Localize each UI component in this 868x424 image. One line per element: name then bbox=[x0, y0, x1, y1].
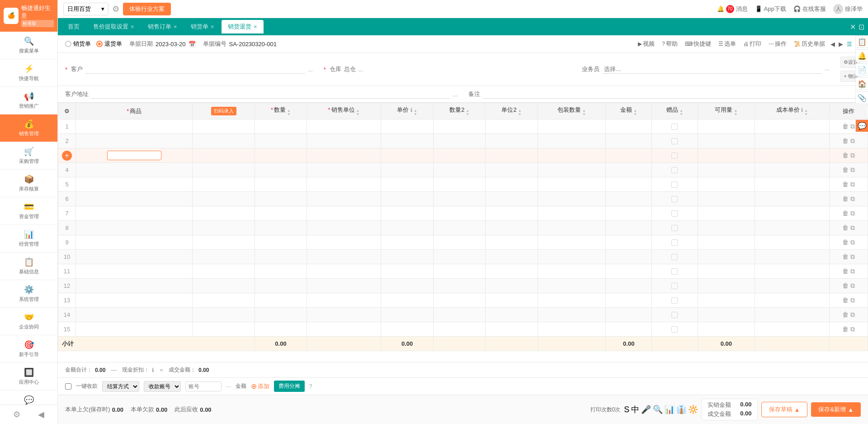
add-payment-btn[interactable]: ⊕ 添加 bbox=[251, 382, 269, 391]
copy-row-12-icon[interactable]: ⧉ bbox=[850, 282, 855, 290]
list-view-icon[interactable]: ☰ bbox=[847, 41, 852, 48]
sidebar-item-wechat[interactable]: 💬 企业微信 bbox=[0, 391, 57, 405]
right-panel-icon-7[interactable]: 💬 bbox=[855, 119, 868, 132]
copy-row-6-icon[interactable]: ⧉ bbox=[850, 195, 855, 203]
gift-checkbox-6[interactable] bbox=[671, 196, 678, 202]
radio-return[interactable]: 退货单 bbox=[96, 40, 122, 48]
payment-method-select[interactable]: 结算方式 bbox=[102, 381, 139, 392]
taskbar-icon-5[interactable]: 📊 bbox=[665, 405, 675, 414]
copy-row-8-icon[interactable]: ⧉ bbox=[850, 224, 855, 232]
gift-checkbox-2[interactable] bbox=[671, 138, 678, 144]
gear-settings-icon[interactable]: ⚙ bbox=[112, 4, 119, 14]
customer-input[interactable] bbox=[85, 65, 305, 74]
industry-select[interactable]: 日用百货 ▾ bbox=[63, 3, 108, 15]
taskbar-icon-2[interactable]: 中 bbox=[631, 404, 639, 415]
app-download-link[interactable]: 📱 App下载 bbox=[755, 5, 786, 13]
user-profile[interactable]: 人 徐泽华 bbox=[833, 4, 863, 14]
copy-row-3-icon[interactable]: ⧉ bbox=[850, 152, 855, 159]
tab-sales-order[interactable]: 销售订单 ✕ bbox=[142, 20, 184, 33]
gift-checkbox-4[interactable] bbox=[671, 167, 678, 173]
delete-row-14-icon[interactable]: 🗑 bbox=[842, 311, 849, 319]
copy-row-10-icon[interactable]: ⧉ bbox=[850, 253, 855, 261]
payment-method-select2[interactable]: 收款账号 bbox=[144, 381, 181, 392]
calendar-icon[interactable]: 📅 bbox=[189, 41, 196, 48]
salesperson-select-btn[interactable]: ··· bbox=[825, 66, 830, 73]
gift-checkbox-12[interactable] bbox=[671, 283, 678, 289]
delete-row-10-icon[interactable]: 🗑 bbox=[842, 253, 849, 261]
delete-row-2-icon[interactable]: 🗑 bbox=[842, 137, 849, 145]
copy-row-1-icon[interactable]: ⧉ bbox=[850, 123, 855, 130]
gift-checkbox-15[interactable] bbox=[671, 326, 678, 333]
copy-row-5-icon[interactable]: ⧉ bbox=[850, 181, 855, 188]
right-panel-icon-5[interactable]: 📎 bbox=[855, 91, 868, 104]
maximize-tab-icon[interactable]: ⊡ bbox=[859, 23, 864, 31]
tab-close-sales-return[interactable]: ✕ bbox=[253, 24, 257, 30]
tab-sales-return[interactable]: 销货退货 ✕ bbox=[222, 20, 264, 33]
gift-checkbox-8[interactable] bbox=[671, 225, 678, 231]
tab-close-price-setting[interactable]: ✕ bbox=[130, 24, 134, 30]
delete-row-6-icon[interactable]: 🗑 bbox=[842, 195, 849, 203]
product-input-3[interactable] bbox=[107, 151, 161, 160]
taskbar-icon-7[interactable]: 🔆 bbox=[688, 405, 698, 414]
delete-row-9-icon[interactable]: 🗑 bbox=[842, 238, 849, 246]
select-btn[interactable]: ☰ 选单 bbox=[717, 39, 738, 49]
gift-checkbox-11[interactable] bbox=[671, 268, 678, 275]
sidebar-item-apps[interactable]: 🔲 应用中心 bbox=[0, 363, 57, 391]
tab-price-setting[interactable]: 售价提取设置 ✕ bbox=[87, 20, 141, 33]
add-row-btn[interactable]: + bbox=[62, 151, 72, 161]
delete-row-8-icon[interactable]: 🗑 bbox=[842, 224, 849, 232]
right-panel-icon-2[interactable]: 🔔 bbox=[855, 49, 868, 62]
save-new-button[interactable]: 保存&新增 ▲ bbox=[811, 402, 861, 417]
address-input[interactable] bbox=[91, 90, 450, 99]
video-btn[interactable]: ▶ 视频 bbox=[636, 39, 656, 49]
address-select-btn[interactable]: ... bbox=[453, 91, 458, 98]
gift-checkbox-9[interactable] bbox=[671, 239, 678, 246]
right-panel-icon-3[interactable]: 📄 bbox=[855, 63, 868, 76]
taskbar-icon-1[interactable]: S bbox=[624, 405, 629, 414]
sidebar-item-enterprise[interactable]: 🤝 企业协同 bbox=[0, 308, 57, 335]
fee-split-btn[interactable]: 费用分摊 bbox=[274, 381, 305, 392]
gift-checkbox-5[interactable] bbox=[671, 181, 678, 188]
taskbar-icon-4[interactable]: 🔍 bbox=[653, 405, 663, 414]
tab-close-sales-order[interactable]: ✕ bbox=[173, 24, 177, 30]
tab-close-sales-shipment[interactable]: ✕ bbox=[210, 24, 214, 30]
delete-row-11-icon[interactable]: 🗑 bbox=[842, 267, 849, 275]
delete-row-15-icon[interactable]: 🗑 bbox=[842, 325, 849, 333]
gift-checkbox-7[interactable] bbox=[671, 210, 678, 217]
radio-shipment[interactable]: 销货单 bbox=[65, 40, 91, 48]
salesperson-input[interactable] bbox=[602, 65, 822, 74]
help-btn[interactable]: ? 帮助 bbox=[660, 39, 679, 49]
copy-row-4-icon[interactable]: ⧉ bbox=[850, 166, 855, 174]
delete-row-7-icon[interactable]: 🗑 bbox=[842, 210, 849, 217]
next-doc-icon[interactable]: ▶ bbox=[839, 41, 843, 48]
sidebar-item-finance[interactable]: 💳 资金管理 bbox=[0, 197, 57, 225]
gift-checkbox-3[interactable] bbox=[671, 152, 678, 159]
online-support-link[interactable]: 🎧 在线客服 bbox=[793, 5, 826, 13]
sidebar-item-basics[interactable]: 📋 基础信息 bbox=[0, 252, 57, 280]
copy-row-11-icon[interactable]: ⧉ bbox=[850, 267, 855, 275]
gift-checkbox-14[interactable] bbox=[671, 312, 678, 318]
gift-checkbox-13[interactable] bbox=[671, 297, 678, 304]
col-scan[interactable]: 扫码录入 bbox=[193, 103, 255, 119]
prev-doc-icon[interactable]: ◀ bbox=[830, 41, 835, 48]
sidebar-item-purchase[interactable]: 🛒 采购管理 bbox=[0, 142, 57, 170]
gift-checkbox-10[interactable] bbox=[671, 254, 678, 260]
copy-row-7-icon[interactable]: ⧉ bbox=[850, 210, 855, 217]
sidebar-item-system[interactable]: ⚙️ 系统管理 bbox=[0, 280, 57, 308]
notification-bell[interactable]: 🔔 70 消息 bbox=[717, 5, 748, 13]
account-select-icon[interactable]: ··· bbox=[226, 383, 231, 390]
copy-row-2-icon[interactable]: ⧉ bbox=[850, 137, 855, 145]
gift-checkbox-1[interactable] bbox=[671, 124, 678, 130]
experience-plan-button[interactable]: 体验行业方案 bbox=[123, 3, 171, 15]
quick-payment-checkbox[interactable] bbox=[65, 383, 71, 390]
remarks-input[interactable] bbox=[483, 90, 861, 99]
tab-home[interactable]: 首页 bbox=[61, 20, 86, 33]
right-panel-icon-1[interactable]: 📋 bbox=[855, 35, 868, 48]
taskbar-icon-6[interactable]: 👔 bbox=[676, 405, 686, 414]
copy-row-15-icon[interactable]: ⧉ bbox=[850, 325, 855, 333]
delete-row-1-icon[interactable]: 🗑 bbox=[842, 123, 849, 130]
delete-row-3-icon[interactable]: 🗑 bbox=[842, 152, 849, 159]
delete-row-5-icon[interactable]: 🗑 bbox=[842, 181, 849, 188]
shortcut-btn[interactable]: ⌨ 快捷键 bbox=[683, 39, 713, 49]
print-btn[interactable]: 🖨 打印 bbox=[741, 39, 763, 49]
